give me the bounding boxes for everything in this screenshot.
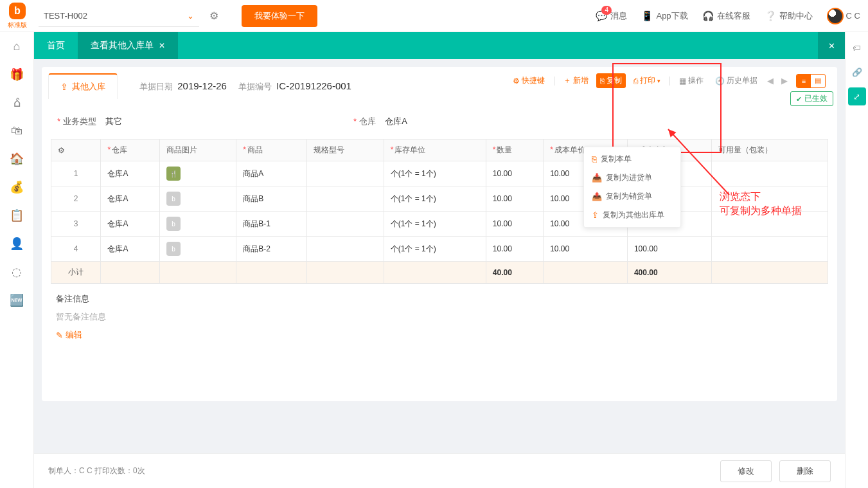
home-icon[interactable]: ⌂ [13,40,21,53]
edit-remark-button[interactable]: ✎编辑 [56,329,82,341]
link-icon[interactable]: 🔗 [848,63,866,81]
report-icon[interactable]: 📋 [10,208,24,222]
gear-icon: ⚙ [513,77,520,86]
copy-as-sale[interactable]: 📤复制为销货单 [584,187,680,206]
sync-icon[interactable]: ◌ [12,265,22,279]
date-label: 单据日期 [139,82,173,91]
new-icon[interactable]: 🆕 [10,293,24,307]
items-table: ⚙ *仓库 商品图片 *商品 规格型号 *库存单位 *数量 *成本单价 *成本金… [51,140,828,284]
edition-label: 标准版 [8,21,27,30]
chevron-down-icon: ⌄ [187,11,194,21]
table-row[interactable]: 2仓库Ab商品B个(1个 = 1个)10.0010.00100.00 [51,186,828,212]
col-spec: 规格型号 [307,140,384,161]
date-value: 2019-12-26 [177,80,227,91]
no-label: 单据编号 [238,82,272,91]
copy-as-purchase[interactable]: 📥复制为进货单 [584,168,680,187]
col-qty: *数量 [486,140,543,161]
col-warehouse: *仓库 [101,140,160,161]
messages-button[interactable]: 💬 消息 4 [596,10,627,22]
product-image-icon: b [166,192,181,206]
col-unit: *库存单位 [384,140,486,161]
copy-as-other-out[interactable]: ⇪复制为其他出库单 [584,206,680,224]
product-image-icon: b [166,242,181,256]
col-image: 商品图片 [160,140,236,161]
doc-type-tab[interactable]: ⇪ 其他入库 [48,73,118,99]
modify-button[interactable]: 修改 [720,460,772,482]
table-row[interactable]: 4仓库Ab商品B-2个(1个 = 1个)10.0010.00100.00 [51,237,828,262]
app-download-button[interactable]: 📱 App下载 [641,10,687,22]
col-gear[interactable]: ⚙ [51,140,101,161]
remark-empty: 暂无备注信息 [56,311,823,323]
inbox-icon: ⇪ [60,82,68,92]
close-icon[interactable]: ✕ [159,41,165,50]
copy-this-doc[interactable]: ⎘复制本单 [584,150,680,168]
plus-icon: ＋ [563,75,571,86]
grid-icon: ▦ [679,77,686,86]
view-list[interactable]: ≡ [797,75,811,87]
messages-badge: 4 [601,6,612,15]
avatar [827,8,844,24]
edit-icon: ✎ [56,330,63,340]
phone-icon: 📱 [641,10,653,22]
print-icon: ⎙ [633,77,638,86]
user-name: C C [846,11,860,21]
tab-active[interactable]: 查看其他入库单 ✕ [78,32,178,59]
copy-dropdown: ⎘复制本单 📥复制为进货单 📤复制为销货单 ⇪复制为其他出库单 [583,147,681,228]
new-button[interactable]: ＋新增 [560,73,592,88]
table-row[interactable]: 1仓库A🍴商品A个(1个 = 1个)10.0010.00100.00 [51,161,828,186]
help-icon: ❔ [765,10,777,22]
purchase-icon: 📥 [592,173,602,183]
cart-icon[interactable]: 🛍 [11,124,22,138]
copy-icon: ⎘ [600,77,605,86]
shortcut-button[interactable]: ⚙快捷键 [509,73,549,88]
copy-button[interactable]: ⎘复制 [596,73,626,88]
app-logo[interactable]: 标准版 [8,3,27,30]
tab-home[interactable]: 首页 [34,32,78,59]
try-button[interactable]: 我要体验一下 [242,5,317,27]
subtotal-label: 小计 [51,262,101,284]
remark-title: 备注信息 [56,293,823,305]
subtotal-amount: 400.00 [627,262,711,284]
warehouse-icon[interactable]: 🏠 [10,152,24,166]
history-button[interactable]: 🕘历史单据 [711,73,761,88]
product-image-icon: b [166,217,181,231]
left-nav: ⌂ 🎁 ⌂̂ 🛍 🏠 💰 📋 👤 ◌ 🆕 [0,32,34,488]
history-icon: 🕘 [715,77,725,86]
footer-info: 制单人：C C 打印次数：0次 [48,465,145,476]
gift-icon[interactable]: 🎁 [10,68,24,82]
out-icon: ⇪ [592,210,599,220]
close-all-tabs[interactable]: ✕ [818,32,845,59]
product-image-icon: 🍴 [166,167,181,181]
annotation-text: 浏览态下 可复制为多种单据 [720,190,802,218]
store-icon[interactable]: ⌂̂ [13,96,21,110]
help-button[interactable]: ❔ 帮助中心 [765,10,813,22]
sale-icon: 📤 [592,192,602,201]
user-menu[interactable]: C C [827,8,860,24]
subtotal-qty: 40.00 [486,262,543,284]
ops-button[interactable]: ▦操作 [675,73,707,88]
contacts-icon[interactable]: 👤 [10,237,24,251]
online-cs-button[interactable]: 🎧 在线客服 [702,10,750,22]
messages-label: 消息 [610,10,627,22]
gear-icon[interactable]: ⚙ [204,10,224,22]
org-selector[interactable]: TEST-H002 ⌄ [39,5,199,27]
no-value: IC-20191226-001 [276,80,351,91]
view-grid[interactable]: ▤ [811,75,825,87]
warehouse-field: *仓库仓库A [353,116,407,127]
prev-button[interactable]: ◀ [765,76,775,86]
finance-icon[interactable]: 💰 [10,180,24,194]
print-button[interactable]: ⎙打印▾ [630,73,664,88]
tag-icon[interactable]: 🏷 [848,39,866,57]
col-avail: 可用量（包装） [711,140,828,161]
table-row[interactable]: 3仓库Ab商品B-1个(1个 = 1个)10.0010.00100.00 [51,212,828,237]
chevron-down-icon: ▾ [657,78,660,84]
biz-type-field: *业务类型其它 [57,116,122,127]
next-button[interactable]: ▶ [779,76,790,86]
col-product: *商品 [236,140,307,161]
delete-button[interactable]: 删除 [779,460,831,482]
headset-icon: 🎧 [702,10,714,22]
expand-icon[interactable]: ⤢ [848,87,866,105]
org-name: TEST-H002 [44,11,87,21]
status-badge: 已生效 [790,91,833,106]
copy-icon: ⎘ [592,154,597,164]
